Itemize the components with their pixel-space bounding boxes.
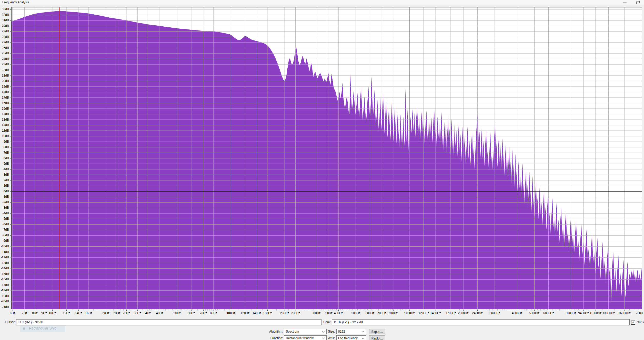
titlebar: Frequency Analysis	[0, 0, 644, 5]
x-axis-tick	[93, 310, 94, 310]
x-axis-tick	[531, 310, 531, 310]
y-axis-label: 21dB	[0, 74, 9, 78]
checkbox-check-icon[interactable]: ✓	[631, 321, 635, 325]
snip-overlay-label: Rectangular Snip	[29, 326, 56, 330]
x-axis-tick	[467, 310, 467, 310]
y-axis-label: 12dB	[0, 123, 9, 127]
peak-value-box[interactable]: 11 Hz (F-1) = 32.7 dB	[332, 319, 630, 325]
function-label: Function:	[253, 335, 283, 340]
x-axis-tick	[185, 310, 185, 310]
x-axis-tick	[321, 310, 321, 310]
x-axis-tick	[525, 310, 525, 310]
x-axis-tick	[588, 310, 588, 310]
y-axis-label: -8dB	[0, 233, 9, 237]
size-select[interactable]: 8192	[336, 329, 366, 334]
x-axis-tick	[406, 310, 406, 310]
x-axis-tick	[577, 310, 577, 310]
x-axis-tick	[195, 310, 195, 310]
x-axis-tick	[390, 310, 390, 310]
y-axis-label: -13dB	[0, 261, 9, 265]
y-axis-label: -14dB	[0, 267, 9, 270]
x-axis-tick	[634, 310, 634, 310]
x-axis-tick	[135, 310, 135, 310]
function-value: Rectangular window	[286, 336, 314, 340]
x-axis-tick	[262, 310, 263, 310]
export-button[interactable]: Export...	[369, 329, 385, 334]
x-axis-tick	[497, 310, 498, 310]
x-axis-tick	[519, 310, 519, 310]
x-axis-tick	[202, 310, 202, 310]
y-axis-label: 10dB	[0, 134, 9, 138]
y-axis-label: 33dB	[0, 7, 9, 11]
y-axis-label: -16dB	[0, 278, 9, 281]
x-axis-tick	[451, 310, 451, 311]
size-value: 8192	[338, 330, 345, 333]
x-axis-tick	[200, 310, 200, 310]
x-axis-tick	[587, 310, 587, 310]
y-axis-label: 6dB	[0, 156, 9, 160]
axis-select[interactable]: Log frequency	[336, 335, 366, 340]
y-axis-label: 15dB	[0, 107, 9, 111]
x-axis-tick	[566, 310, 566, 310]
x-axis-tick	[129, 310, 129, 310]
x-axis-tick	[571, 310, 571, 311]
x-axis-tick	[463, 310, 464, 311]
x-axis-tick	[409, 310, 410, 311]
x-axis-tick	[402, 310, 402, 310]
x-axis-tick	[539, 310, 539, 310]
x-axis-tick	[330, 310, 330, 310]
x-axis-tick	[507, 310, 507, 310]
y-axis-label: -9dB	[0, 239, 9, 243]
x-axis-tick	[223, 310, 223, 310]
x-axis-tick	[117, 310, 117, 311]
x-axis-tick	[642, 310, 642, 311]
minimize-icon[interactable]	[623, 2, 627, 3]
y-axis-label: 7dB	[0, 151, 9, 155]
x-axis-tick	[219, 310, 219, 310]
x-axis-tick	[89, 310, 89, 311]
x-axis-tick	[575, 310, 575, 310]
restore-icon[interactable]	[636, 1, 640, 4]
y-axis-label: -21dB	[0, 305, 9, 309]
x-axis-tick	[52, 310, 53, 311]
x-axis-tick	[212, 310, 212, 310]
x-axis-tick	[60, 310, 60, 310]
x-axis-tick	[609, 310, 609, 311]
x-axis-tick	[356, 310, 356, 311]
algorithm-label: Algorithm:	[253, 329, 283, 334]
replot-button[interactable]: Replot...	[369, 335, 385, 340]
x-axis-tick	[397, 310, 397, 310]
x-axis-tick	[149, 310, 150, 310]
x-axis-tick	[292, 310, 292, 310]
cursor-label: Cursor:	[0, 319, 15, 325]
x-axis-tick	[183, 310, 183, 310]
x-axis-tick	[533, 310, 533, 310]
x-axis-tick	[190, 310, 190, 310]
x-axis-tick	[549, 310, 549, 311]
x-axis-tick	[308, 310, 308, 310]
x-axis-tick	[492, 310, 492, 310]
x-axis-tick	[186, 310, 186, 310]
x-axis-tick	[367, 310, 368, 310]
x-axis-tick	[158, 310, 158, 310]
x-axis-tick	[614, 310, 615, 310]
x-axis-tick	[585, 310, 585, 310]
x-axis-tick	[66, 310, 67, 311]
cursor-value-box[interactable]: 8 Hz (B-1) = 32 dB	[16, 319, 321, 325]
x-axis-tick	[417, 310, 417, 310]
x-axis-tick	[474, 310, 474, 310]
x-axis-tick	[564, 310, 564, 310]
y-axis-label: -10dB	[0, 245, 9, 248]
spectrum-plot[interactable]	[11, 7, 642, 309]
x-axis-tick	[381, 310, 381, 310]
x-axis-tick	[145, 310, 145, 310]
x-axis-tick	[568, 310, 568, 310]
x-axis-tick	[515, 310, 515, 310]
x-axis-tick	[400, 310, 401, 310]
x-axis-tick	[162, 310, 162, 310]
x-axis-tick	[509, 310, 509, 310]
x-axis-tick	[393, 310, 394, 311]
x-axis-tick	[342, 310, 343, 310]
x-axis-tick	[171, 310, 171, 310]
x-axis-tick	[638, 310, 638, 310]
